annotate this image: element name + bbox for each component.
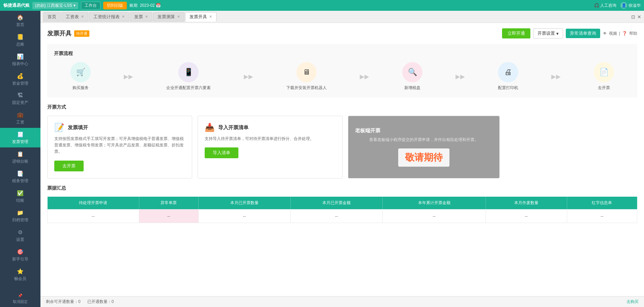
step-label-config: 企业开通配置开票六要素 (166, 85, 211, 91)
page-title: 发票开具 (47, 29, 71, 37)
import-title: 导入开票清单 (218, 124, 248, 131)
sidebar-item-home[interactable]: 🏠 首页 (0, 11, 40, 30)
view-label[interactable]: 视频 (609, 31, 617, 36)
pin-icon: 📌 (18, 294, 23, 298)
flow-section-title: 开票流程 (54, 51, 631, 57)
flow-arrow-1: ▶▶ (244, 73, 253, 80)
salary-icon: 💼 (17, 112, 24, 118)
step-label-printer: 配置打印机 (498, 85, 518, 91)
sidebar-label-assets: 固定资产 (12, 100, 28, 106)
content-area: 首页 工资表 ✕ 工资统计报表 ✕ 发票 ✕ 发票测算 ✕ 发票开具 ✕ (40, 11, 644, 307)
sidebar-item-reports[interactable]: 📊 报表中心 (0, 50, 40, 69)
purchase-icon: 📋 (17, 151, 24, 157)
sidebar-item-member[interactable]: ⭐ 畅会员 (0, 265, 40, 284)
sidebar-item-purchase[interactable]: 📋 进销台账 (0, 147, 40, 167)
summary-header-3: 本月已开票金额 (290, 197, 382, 210)
sidebar-label-settle: 结账 (16, 198, 24, 203)
summary-cell-0: -- (48, 209, 139, 223)
summary-table: 待处理开票申请 异常单票 本月已开票数量 本月已开票金额 本年累计开票金额 本月… (47, 197, 637, 223)
close-button[interactable]: ✕ (637, 14, 641, 20)
company-name: (勿副) 江西服宝-LSS (35, 3, 72, 8)
summary-section: 票据汇总 待处理开票申请 异常单票 本月已开票数量 本月已开票金额 本年累计开票… (47, 185, 637, 223)
buy-link[interactable]: 去购买 (626, 299, 639, 305)
flow-step-1: 📱 企业开通配置开票六要素 (166, 62, 211, 91)
method-cards: 📝 发票填开 支持按照发票格式手工填写开发票；可开具增值税电子普通发票、增值税普… (47, 116, 637, 178)
workbench-button[interactable]: 工作台 (81, 2, 100, 9)
help-label[interactable]: 帮助 (629, 31, 637, 36)
sidebar-item-ledger[interactable]: 📒 总账 (0, 30, 40, 50)
flow-arrow-2: ▶▶ (360, 73, 369, 80)
window-controls: ⊡ ✕ (631, 14, 641, 20)
step-icon-issue: 📄 (594, 62, 614, 82)
flow-step-5[interactable]: 📄 去开票 (594, 62, 614, 91)
tab-invoice-calc[interactable]: 发票测算 ✕ (153, 12, 184, 22)
user-avatar: 👤 徐溢华 (620, 2, 641, 9)
import-desc: 支持导入待开票清单，可对待开票清单进行拆分、合并处理。 (205, 136, 335, 142)
old-terminal-title: 老板端开票 (355, 128, 380, 134)
switch-old-button[interactable]: 切到旧版 (103, 2, 127, 9)
help-icon: ❓ (622, 31, 627, 36)
remaining-label: 剩余可开通数量：0 (46, 299, 81, 305)
go-issue-button[interactable]: 去开票 (54, 161, 84, 171)
tab-close-invoice-calc[interactable]: ✕ (177, 15, 180, 19)
sidebar-item-salary[interactable]: 💼 工资 (0, 108, 40, 128)
sidebar-item-assets[interactable]: 🏗 固定资产 (0, 89, 40, 108)
sidebar-label-archive: 归档管理 (12, 217, 28, 223)
step-icon-taxdisk: 🔍 (402, 62, 422, 82)
sidebar-item-invoice[interactable]: 🧾 发票管理 (0, 128, 40, 147)
restore-button[interactable]: ⊡ (631, 14, 635, 20)
summary-cell-3: -- (290, 209, 382, 223)
tab-close-invoice[interactable]: ✕ (145, 15, 148, 19)
summary-cell-6: -- (567, 209, 637, 223)
step-icon-buy: 🛒 (70, 62, 91, 82)
tab-salary[interactable]: 工资表 ✕ (61, 12, 88, 22)
sidebar-item-settle[interactable]: ✅ 结账 (0, 187, 40, 206)
method-section: 开票方式 📝 发票填开 支持按照发票格式手工填写开发票；可开具增值税电子普通发票… (47, 104, 637, 178)
summary-header-5: 本月作废数量 (486, 197, 567, 210)
member-icon: ⭐ (17, 268, 24, 275)
sidebar-label-tax: 税务管理 (12, 178, 28, 184)
sidebar-item-tax[interactable]: 📑 税务管理 (0, 167, 40, 187)
tab-close-salary-report[interactable]: ✕ (122, 15, 125, 19)
tab-invoice-issue[interactable]: 发票开具 ✕ (185, 12, 216, 22)
flow-arrow-4: ▶▶ (551, 73, 561, 80)
sidebar-label-purchase: 进销台账 (12, 159, 28, 164)
sidebar-label-reports: 报表中心 (12, 61, 28, 67)
method-card-import: 📥 导入开票清单 支持导入待开票清单，可对待开票清单进行拆分、合并处理。 导入清… (198, 116, 343, 178)
tab-salary-report[interactable]: 工资统计报表 ✕ (89, 12, 129, 22)
company-dropdown-icon: ▾ (74, 3, 76, 8)
tab-close-salary[interactable]: ✕ (81, 15, 84, 19)
ledger-icon: 📒 (17, 34, 24, 40)
step-icon-download: 🖥 (296, 62, 317, 82)
dropdown-arrow-icon: ▾ (556, 31, 559, 36)
calendar-icon[interactable]: 📅 (156, 3, 161, 8)
app-logo: 畅捷通易代账 (3, 2, 30, 8)
flow-section: 开票流程 🛒 购买服务 ▶▶ 📱 企业开通配置开票六要素 ▶▶ 🖥 下载并安装开… (47, 44, 637, 97)
headset-icon: 🎧 (594, 3, 599, 8)
sidebar-item-archive[interactable]: 📁 归档管理 (0, 206, 40, 226)
summary-cell-1: -- (139, 209, 198, 223)
sidebar-item-settings[interactable]: ⚙ 设置 (0, 226, 40, 245)
guide-icon: 🎯 (17, 249, 24, 255)
abnormal-query-button[interactable]: 异常清单查询 (566, 29, 600, 38)
tab-home[interactable]: 首页 (43, 12, 61, 22)
summary-header-0: 待处理开票申请 (48, 197, 139, 210)
method-card-manual: 📝 发票填开 支持按照发票格式手工填写开发票；可开具增值税电子普通发票、增值税普… (47, 116, 192, 178)
page-title-area: 发票开具 待开通 (47, 29, 89, 37)
tab-close-invoice-issue[interactable]: ✕ (209, 15, 212, 19)
sidebar-item-pin[interactable]: 📌 取消固定 (0, 291, 40, 307)
header-actions: 立即开通 开票设置 ▾ 异常清单查询 👁 视频 | ❓ 帮助 (502, 28, 637, 38)
immediate-open-button[interactable]: 立即开通 (502, 28, 530, 38)
import-list-button[interactable]: 导入清单 (205, 147, 238, 158)
help-area: 👁 视频 | ❓ 帮助 (603, 31, 637, 36)
old-terminal-card: 老板端开票 查看老板端小程序提交的开票申请，并作出相应处理和开票。 敬请期待 (348, 116, 500, 178)
user-service[interactable]: 🎧 人工咨询 (594, 3, 616, 8)
coming-soon-label: 敬请期待 (398, 148, 449, 167)
step-label-taxdisk: 新增税盘 (404, 85, 420, 91)
sidebar-item-funds[interactable]: 💰 资金管理 (0, 69, 40, 89)
tab-invoice[interactable]: 发票 ✕ (130, 12, 152, 22)
sidebar-item-guide[interactable]: 🎯 新手引导 (0, 245, 40, 265)
company-selector[interactable]: (勿副) 江西服宝-LSS ▾ (32, 2, 78, 9)
sidebar-label-salary: 工资 (16, 119, 24, 125)
open-settings-button[interactable]: 开票设置 ▾ (533, 28, 563, 38)
